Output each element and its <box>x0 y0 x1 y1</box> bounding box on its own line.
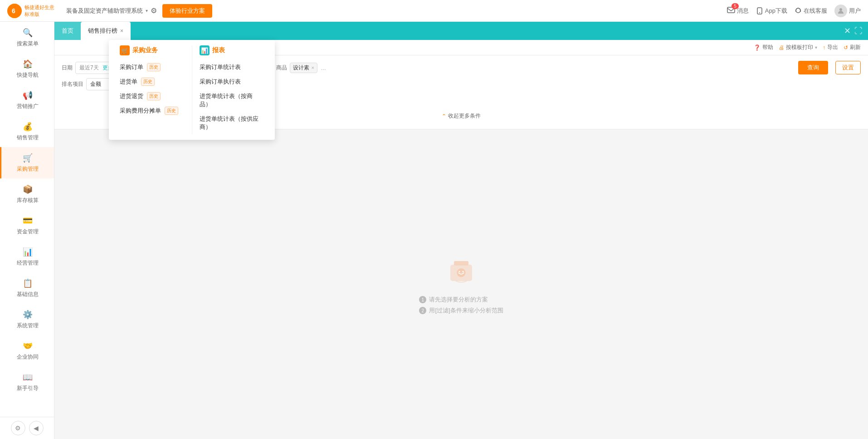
sidebar-item-finance[interactable]: 💳 资金管理 <box>0 210 54 241</box>
purchase-header-icon: 🛒 <box>120 45 130 55</box>
sidebar-item-quicknav[interactable]: 🏠 快捷导航 <box>0 53 54 84</box>
sidebar-item-system[interactable]: ⚙️ 系统管理 <box>0 304 54 335</box>
sidebar-item-operations[interactable]: 📊 经营管理 <box>0 241 54 272</box>
sidebar-settings-btn[interactable]: ⚙ <box>11 421 25 435</box>
collapse-chevron-icon: ⌃ <box>442 113 446 119</box>
newbie-icon: 📖 <box>22 372 33 383</box>
industry-btn[interactable]: 体验行业方案 <box>162 4 212 18</box>
tab-expand-area: ✕ ⛶ <box>839 26 868 36</box>
system-title-dropdown-icon[interactable]: ▾ <box>146 8 148 13</box>
message-action[interactable]: 5 消息 <box>727 6 749 15</box>
print-chevron-icon: ▾ <box>815 45 817 50</box>
sidebar-item-search[interactable]: 🔍 搜索菜单 <box>0 22 54 53</box>
help-icon: ❓ <box>754 44 761 51</box>
dropdown-columns: 🛒 采购业务 采购订单 历史 进货单 历史 进货退货 历史 <box>109 45 275 134</box>
tab-fullscreen-icon[interactable]: ⛶ <box>854 26 863 36</box>
tab-close-window-icon[interactable]: ✕ <box>844 26 851 36</box>
dropdown-item-purchase-order[interactable]: 采购订单 历史 <box>116 60 188 74</box>
dropdown-divider <box>192 45 192 134</box>
logo-text: 畅捷通好生意 标准版 <box>24 4 54 17</box>
svg-text:6: 6 <box>12 7 15 15</box>
filter-goods: 商品 设计素 × ... <box>276 63 326 73</box>
print-action[interactable]: 🖨 按模板打印 ▾ <box>779 44 817 51</box>
sidebar-collapse-btn[interactable]: ◀ <box>29 421 44 435</box>
goods-dots[interactable]: ... <box>321 64 326 71</box>
sidebar: 🔍 搜索菜单 🏠 快捷导航 📢 营销推广 💰 销售管理 🛒 采购管理 📦 库存核… <box>0 22 54 439</box>
export-icon: ↑ <box>823 44 825 51</box>
user-avatar <box>834 5 847 17</box>
query-btn[interactable]: 查询 <box>798 61 828 74</box>
help-action[interactable]: ❓ 帮助 <box>754 44 773 51</box>
logo-icon: 6 <box>7 4 22 18</box>
tab-bar: 首页 销售排行榜 × ✕ ⛶ <box>54 22 868 40</box>
sidebar-item-marketing[interactable]: 📢 营销推广 <box>0 84 54 116</box>
dropdown-item-purchase-expense[interactable]: 采购费用分摊单 历史 <box>116 104 188 118</box>
content-area: 首页 销售排行榜 × ✕ ⛶ ❓ 帮助 🖨 按模板打印 ▾ ↑ <box>54 22 868 439</box>
home-icon: 🏠 <box>22 59 33 69</box>
dropdown-purchase-col: 🛒 采购业务 采购订单 历史 进货单 历史 进货退货 历史 <box>116 45 188 134</box>
goods-tag-close-icon[interactable]: × <box>311 65 314 70</box>
dropdown-item-receipt-stat-goods[interactable]: 进货单统计表（按商品） <box>196 89 268 112</box>
system-title-area: 装备及固定资产辅助管理系统 ▾ ⚙ 体验行业方案 <box>66 4 727 18</box>
svg-point-8 <box>839 8 842 11</box>
sidebar-item-sales[interactable]: 💰 销售管理 <box>0 116 54 147</box>
sidebar-item-newbie[interactable]: 📖 新手引导 <box>0 366 54 398</box>
headset-icon <box>795 7 802 15</box>
top-nav-actions: 5 消息 App下载 在线客服 <box>727 5 861 17</box>
top-nav: 6 畅捷通好生意 标准版 装备及固定资产辅助管理系统 ▾ ⚙ 体验行业方案 5 … <box>0 0 868 22</box>
tab-sales-ranking[interactable]: 销售排行榜 × <box>81 22 131 40</box>
refresh-action[interactable]: ↺ 刷新 <box>844 44 861 51</box>
svg-rect-6 <box>795 10 796 12</box>
empty-hint-1: 1 请先选择要分析的方案 <box>419 296 503 304</box>
basicinfo-icon: 📋 <box>22 278 33 289</box>
tab-home[interactable]: 首页 <box>54 22 81 40</box>
svg-rect-10 <box>454 261 468 266</box>
system-title: 装备及固定资产辅助管理系统 <box>66 7 143 15</box>
sidebar-bottom: ⚙ ◀ <box>0 417 54 439</box>
sidebar-item-enterprise[interactable]: 🤝 企业协同 <box>0 335 54 366</box>
dropdown-item-receipt-stat-supplier[interactable]: 进货单统计表（按供应商） <box>196 112 268 134</box>
purchase-icon: 🛒 <box>22 153 33 163</box>
filter-goods-label: 商品 <box>276 64 287 72</box>
finance-icon: 💳 <box>22 215 33 226</box>
dropdown-item-purchase-order-exec[interactable]: 采购订单执行表 <box>196 74 268 89</box>
phone-icon <box>756 7 763 15</box>
svg-rect-7 <box>800 10 801 12</box>
dropdown-purchase-header: 🛒 采购业务 <box>116 45 188 55</box>
empty-illustration <box>443 254 479 290</box>
enterprise-icon: 🤝 <box>22 340 33 351</box>
dropdown-item-purchase-order-stat[interactable]: 采购订单统计表 <box>196 60 268 74</box>
report-header-icon: 📊 <box>200 45 210 55</box>
export-action[interactable]: ↑ 导出 <box>823 44 838 51</box>
search-icon: 🔍 <box>22 27 33 38</box>
print-icon: 🖨 <box>779 44 784 51</box>
filter-rank-label: 排名项目 <box>62 80 83 88</box>
dropdown-item-purchase-receipt[interactable]: 进货单 历史 <box>116 74 188 89</box>
filter-date-label: 日期 <box>62 64 73 72</box>
app-download-action[interactable]: App下载 <box>756 7 787 15</box>
refresh-icon: ↺ <box>844 44 848 51</box>
settings-icon[interactable]: ⚙ <box>151 6 157 15</box>
user-action[interactable]: 用户 <box>834 5 861 17</box>
dropdown-report-col: 📊 报表 采购订单统计表 采购订单执行表 进货单统计表（按商品） 进货单统计表（… <box>196 45 268 134</box>
purchase-dropdown-menu: 🛒 采购业务 采购订单 历史 进货单 历史 进货退货 历史 <box>109 40 275 140</box>
main-layout: 🔍 搜索菜单 🏠 快捷导航 📢 营销推广 💰 销售管理 🛒 采购管理 📦 库存核… <box>0 22 868 439</box>
marketing-icon: 📢 <box>22 90 33 101</box>
online-service-action[interactable]: 在线客服 <box>795 7 827 15</box>
setting-btn[interactable]: 设置 <box>835 61 861 74</box>
empty-hints: 1 请先选择要分析的方案 2 用[过滤]条件来缩小分析范围 <box>419 296 503 315</box>
empty-state: 1 请先选择要分析的方案 2 用[过滤]条件来缩小分析范围 <box>54 129 868 439</box>
sidebar-item-basicinfo[interactable]: 📋 基础信息 <box>0 272 54 304</box>
logo: 6 畅捷通好生意 标准版 <box>7 4 62 18</box>
empty-hint-2: 2 用[过滤]条件来缩小分析范围 <box>419 306 503 315</box>
sidebar-item-inventory[interactable]: 📦 库存核算 <box>0 178 54 210</box>
system-icon: ⚙️ <box>22 309 33 320</box>
dropdown-item-purchase-return[interactable]: 进货退货 历史 <box>116 89 188 104</box>
tab-close-icon[interactable]: × <box>120 28 123 34</box>
sales-icon: 💰 <box>22 121 33 132</box>
svg-point-12 <box>458 271 460 272</box>
goods-tag: 设计素 × <box>290 63 317 73</box>
sidebar-item-purchase[interactable]: 🛒 采购管理 <box>0 147 54 178</box>
svg-point-13 <box>462 271 463 272</box>
date-range-text: 最近7天 <box>79 64 99 72</box>
